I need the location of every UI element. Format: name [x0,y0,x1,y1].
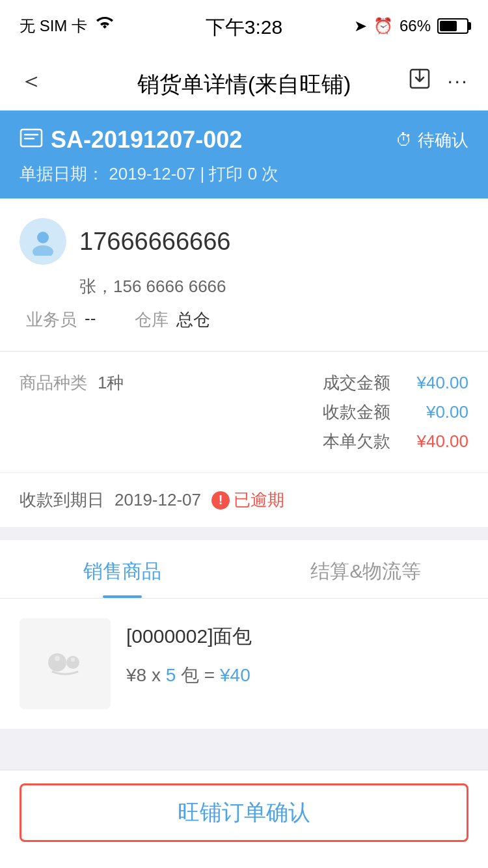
order-icon [20,126,43,154]
product-types-value: 1种 [98,372,124,394]
salesman-field: 业务员 -- [26,308,96,331]
product-total: ¥40 [220,665,251,685]
balance-row: 本单欠款 ¥40.00 [323,430,468,453]
order-header-row1: SA-20191207-002 ⏱ 待确认 [20,126,468,154]
overdue-badge: ! 已逾期 [211,489,284,511]
alarm-icon: ⏰ [373,17,393,35]
confirm-order-button[interactable]: 旺铺订单确认 [20,783,468,842]
share-icon[interactable] [408,67,431,96]
warehouse-field: 仓库 总仓 [135,308,210,331]
tab-sales[interactable]: 销售商品 [0,540,244,598]
received-label: 收款金额 [323,401,390,424]
wifi-icon [95,17,115,35]
amounts-section: 商品种类 1种 成交金额 ¥40.00 收款金额 ¥0.00 本单欠款 ¥40.… [0,351,488,472]
deal-amount-row: 成交金额 ¥40.00 [323,372,468,394]
customer-name: 张，156 6666 6666 [79,275,468,298]
product-item: [0000002]面包 ¥8 x 5 包 = ¥40 [0,599,488,729]
product-info: [0000002]面包 ¥8 x 5 包 = ¥40 [126,618,468,688]
order-status-badge: ⏱ 待确认 [396,129,468,152]
amounts-list: 成交金额 ¥40.00 收款金额 ¥0.00 本单欠款 ¥40.00 [323,372,468,453]
location-icon: ➤ [354,17,367,35]
status-text: 待确认 [418,129,468,152]
time-display: 下午3:28 [206,14,282,41]
status-left: 无 SIM 卡 [20,16,115,36]
balance-value: ¥40.00 [403,431,468,452]
customer-section: 17666666666 张，156 6666 6666 业务员 -- 仓库 总仓… [0,198,488,527]
status-bar: 无 SIM 卡 下午3:28 ➤ ⏰ 66% [0,0,488,52]
order-date-row: 单据日期： 2019-12-07 | 打印 0 次 [20,163,468,185]
order-header-banner: SA-20191207-002 ⏱ 待确认 单据日期： 2019-12-07 |… [0,111,488,198]
salesman-value: -- [85,308,96,331]
received-amount-row: 收款金额 ¥0.00 [323,401,468,424]
warehouse-value: 总仓 [176,308,210,331]
salesman-label: 业务员 [26,308,77,331]
customer-phone: 17666666666 [79,228,230,256]
avatar [20,218,66,265]
customer-phone-row: 17666666666 [20,218,468,265]
nav-right-actions: ··· [408,67,468,96]
warning-icon: ! [211,491,230,509]
svg-point-3 [33,245,53,256]
balance-label: 本单欠款 [323,430,390,453]
status-right: ➤ ⏰ 66% [354,17,468,35]
carrier-label: 无 SIM 卡 [20,16,87,36]
due-date-section: 收款到期日 2019-12-07 ! 已逾期 [0,472,488,527]
svg-point-2 [37,232,49,243]
order-number: SA-20191207-002 [20,126,242,154]
product-price-row: ¥8 x 5 包 = ¥40 [126,663,468,688]
product-name: [0000002]面包 [126,623,468,650]
bottom-bar: 旺铺订单确认 [0,770,488,868]
battery-icon [437,18,468,34]
back-button[interactable]: ＜ [20,65,43,97]
clock-icon: ⏱ [396,130,413,150]
warehouse-label: 仓库 [135,308,169,331]
product-price: ¥8 x [126,665,166,685]
deal-amount-label: 成交金额 [323,372,390,394]
product-quantity: 5 [166,665,176,685]
page-title: 销货单详情(来自旺铺) [137,70,351,100]
battery-fill [440,21,457,31]
received-value: ¥0.00 [403,402,468,422]
product-types-label: 商品种类 [20,372,87,394]
customer-meta: 业务员 -- 仓库 总仓 [20,308,468,331]
tabs-section: 销售商品 结算&物流等 [0000002]面包 ¥8 x 5 包 = ¥40 [0,540,488,729]
product-image [20,618,111,709]
svg-point-6 [55,656,60,661]
tabs-bar: 销售商品 结算&物流等 [0,540,488,599]
nav-bar: ＜ 销货单详情(来自旺铺) ··· [0,52,488,111]
svg-point-7 [71,658,75,662]
battery-label: 66% [400,17,431,35]
deal-amount-value: ¥40.00 [403,373,468,393]
more-icon[interactable]: ··· [447,69,468,93]
due-date-label: 收款到期日 [20,489,104,511]
product-equals: = [204,665,215,685]
overdue-label: 已逾期 [234,489,284,511]
product-types: 商品种类 1种 [20,372,124,394]
product-unit: 包 [181,665,199,685]
customer-info: 17666666666 张，156 6666 6666 业务员 -- 仓库 总仓 [0,198,488,351]
tab-settlement[interactable]: 结算&物流等 [244,540,488,598]
due-date-value: 2019-12-07 [115,490,201,510]
